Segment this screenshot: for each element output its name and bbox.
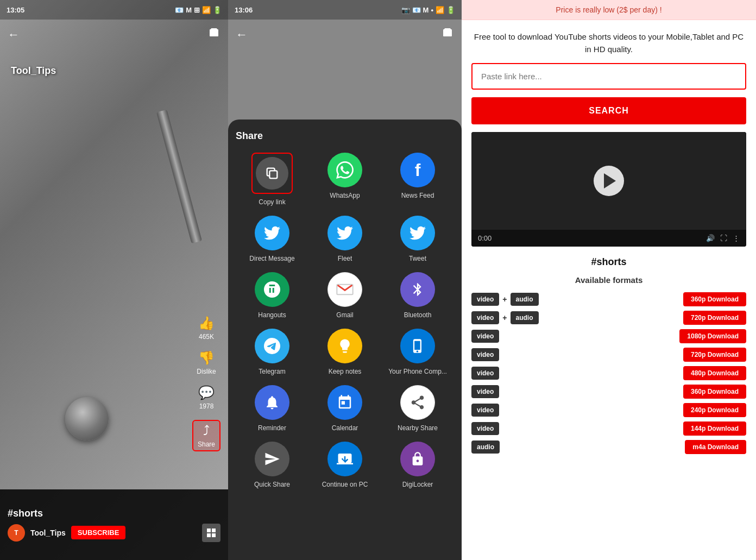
share-grid: Copy link WhatsApp f News Feed bbox=[236, 153, 454, 488]
likes-action[interactable]: 👍 465K bbox=[198, 316, 215, 341]
circle-decoration bbox=[65, 397, 109, 441]
share-item-keep-notes[interactable]: Keep notes bbox=[308, 329, 381, 375]
more-options-icon[interactable]: ⋮ bbox=[733, 234, 740, 242]
format-tag-8-0: audio bbox=[471, 441, 500, 454]
format-tag-6-0: video bbox=[471, 404, 499, 417]
svg-rect-4 bbox=[269, 171, 277, 178]
reminder-icon bbox=[255, 385, 289, 420]
share-item-nearby-share[interactable]: Nearby Share bbox=[381, 385, 454, 432]
gmail-label: Gmail bbox=[336, 311, 353, 319]
middle-top-bar: ← bbox=[228, 20, 462, 50]
download-button-4[interactable]: 480p Download bbox=[683, 366, 746, 380]
format-tag-4-0: video bbox=[471, 367, 499, 380]
download-button-6[interactable]: 240p Download bbox=[683, 403, 746, 417]
share-item-bluetooth[interactable]: Bluetooth bbox=[381, 272, 454, 319]
right-panel: Price is really low (2$ per day) ! Free … bbox=[462, 0, 756, 560]
your-phone-icon bbox=[400, 329, 435, 363]
continue-on-pc-icon bbox=[327, 442, 362, 476]
likes-count: 465K bbox=[199, 333, 214, 341]
fullscreen-icon[interactable]: ⛶ bbox=[720, 234, 727, 242]
hangouts-label: Hangouts bbox=[258, 311, 286, 319]
fleet-icon bbox=[327, 216, 362, 250]
format-tag-1-1: audio bbox=[511, 311, 539, 324]
thumbs-down-icon: 👎 bbox=[198, 350, 215, 366]
digi-locker-label: DigiLocker bbox=[402, 481, 433, 488]
video-hashtag: #shorts bbox=[8, 508, 220, 519]
quick-share-icon bbox=[255, 442, 289, 476]
share-item-your-phone[interactable]: Your Phone Comp... bbox=[381, 329, 454, 375]
search-button[interactable]: SEARCH bbox=[471, 97, 746, 124]
format-row-6: video240p Download bbox=[471, 403, 746, 417]
share-button[interactable]: ⤴ Share bbox=[192, 420, 220, 451]
format-row-5: video360p Download bbox=[471, 385, 746, 399]
fleet-label: Fleet bbox=[338, 255, 352, 262]
gmail-icon bbox=[327, 272, 362, 307]
nearby-share-label: Nearby Share bbox=[398, 424, 438, 432]
share-item-quick-share[interactable]: Quick Share bbox=[236, 442, 308, 488]
middle-back-button[interactable]: ← bbox=[236, 28, 248, 42]
format-tag-1-0: video bbox=[471, 311, 499, 324]
share-item-direct-message[interactable]: Direct Message bbox=[236, 216, 308, 262]
video-watermark: Tool_Tips bbox=[11, 65, 56, 77]
share-item-telegram[interactable]: Telegram bbox=[236, 329, 308, 375]
share-item-tweet[interactable]: Tweet bbox=[381, 216, 454, 262]
share-item-gmail[interactable]: Gmail bbox=[308, 272, 381, 319]
time-display: 0:00 bbox=[478, 234, 492, 242]
comments-icon: 💬 bbox=[198, 385, 215, 400]
middle-status-bar: 13:06 📷 📧 M • 📶 🔋 bbox=[228, 0, 462, 20]
share-item-calendar[interactable]: Calendar bbox=[308, 385, 381, 432]
download-button-2[interactable]: 1080p Download bbox=[679, 329, 746, 343]
reminder-label: Reminder bbox=[258, 424, 286, 432]
share-item-whatsapp[interactable]: WhatsApp bbox=[308, 153, 381, 206]
download-button-5[interactable]: 360p Download bbox=[683, 385, 746, 399]
calendar-icon bbox=[327, 385, 362, 420]
format-plus-1: + bbox=[502, 313, 507, 322]
telegram-icon bbox=[255, 329, 289, 363]
share-item-reminder[interactable]: Reminder bbox=[236, 385, 308, 432]
direct-message-icon bbox=[255, 216, 289, 250]
video-title: #shorts bbox=[471, 256, 746, 268]
copy-link-highlight bbox=[251, 153, 293, 194]
share-item-digi-locker[interactable]: DigiLocker bbox=[381, 442, 454, 488]
download-button-7[interactable]: 144p Download bbox=[683, 421, 746, 436]
calendar-label: Calendar bbox=[332, 424, 358, 432]
share-item-fleet[interactable]: Fleet bbox=[308, 216, 381, 262]
digi-locker-icon bbox=[400, 442, 435, 476]
svg-rect-0 bbox=[207, 528, 211, 532]
channel-avatar: T bbox=[8, 524, 25, 542]
middle-status-icons: 📷 📧 M • 📶 🔋 bbox=[401, 6, 455, 14]
download-button-3[interactable]: 720p Download bbox=[683, 348, 746, 362]
play-button[interactable] bbox=[594, 166, 624, 196]
format-row-3: video720p Download bbox=[471, 348, 746, 362]
copy-link-icon bbox=[256, 157, 288, 190]
download-button-0[interactable]: 360p Download bbox=[683, 292, 746, 306]
subscribe-button[interactable]: SUBSCRIBE bbox=[71, 526, 126, 539]
tweet-icon bbox=[400, 216, 435, 250]
dislike-action[interactable]: 👎 Dislike bbox=[197, 350, 216, 375]
left-back-button[interactable]: ← bbox=[8, 28, 20, 42]
volume-icon[interactable]: 🔊 bbox=[706, 234, 715, 242]
channel-row: T Tool_Tips SUBSCRIBE bbox=[8, 524, 220, 542]
whatsapp-icon bbox=[327, 153, 362, 187]
left-panel: 13:05 📧 M ⊞ 📶 🔋 ← Tool_Tips 👍 465K 👎 Dis… bbox=[0, 0, 228, 560]
downloader-content: Free tool to download YouTube shorts vid… bbox=[462, 20, 756, 469]
keep-notes-label: Keep notes bbox=[329, 368, 362, 375]
svg-rect-2 bbox=[207, 533, 211, 537]
your-phone-label: Your Phone Comp... bbox=[388, 368, 447, 375]
share-item-copy-link[interactable]: Copy link bbox=[236, 153, 308, 206]
format-row-1: video+audio720p Download bbox=[471, 311, 746, 325]
share-item-continue-on-pc[interactable]: Continue on PC bbox=[308, 442, 381, 488]
share-item-news-feed[interactable]: f News Feed bbox=[381, 153, 454, 206]
download-button-1[interactable]: 720p Download bbox=[683, 311, 746, 325]
comments-action[interactable]: 💬 1978 bbox=[198, 385, 215, 410]
link-input[interactable] bbox=[471, 63, 746, 90]
middle-camera-button[interactable] bbox=[441, 27, 454, 43]
middle-status-time: 13:06 bbox=[235, 6, 253, 14]
promo-banner: Price is really low (2$ per day) ! bbox=[462, 0, 756, 20]
share-item-hangouts[interactable]: Hangouts bbox=[236, 272, 308, 319]
left-camera-button[interactable] bbox=[207, 27, 220, 43]
format-list: video+audio360p Downloadvideo+audio720p … bbox=[471, 292, 746, 458]
tweet-label: Tweet bbox=[409, 255, 426, 262]
download-button-8[interactable]: m4a Download bbox=[685, 440, 746, 454]
grid-icon bbox=[202, 524, 220, 542]
